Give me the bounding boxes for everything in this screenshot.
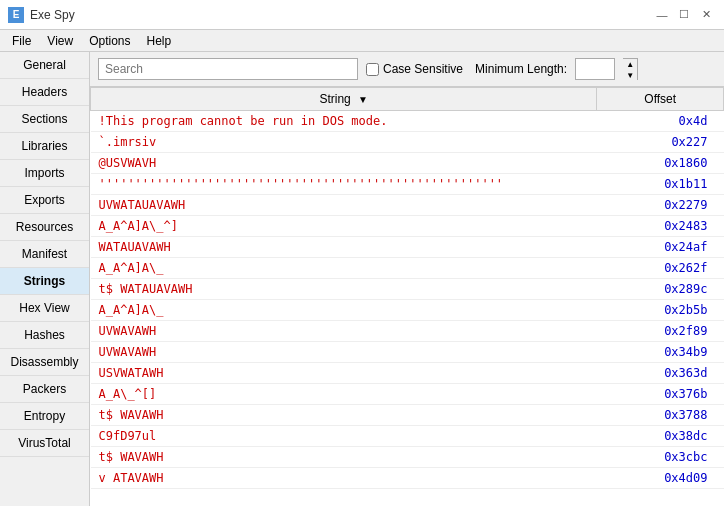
table-row[interactable]: UVWAVAWH0x2f89 [91,321,724,342]
sort-arrow-string: ▼ [358,94,368,105]
table-row[interactable]: t$ WAVAWH0x3788 [91,405,724,426]
table-cell-string: A_A\_^[] [91,384,597,405]
app-icon: E [8,7,24,23]
table-row[interactable]: t$ WATAUAVAWH0x289c [91,279,724,300]
table-row[interactable]: C9fD97ul0x38dc [91,426,724,447]
menu-help[interactable]: Help [139,32,180,50]
table-row[interactable]: ''''''''''''''''''''''''''''''''''''''''… [91,174,724,195]
table-row[interactable]: !This program cannot be run in DOS mode.… [91,111,724,132]
minimize-button[interactable]: — [652,5,672,25]
table-cell-offset: 0x1860 [597,153,724,174]
col-offset[interactable]: Offset [597,88,724,111]
sidebar-item-libraries[interactable]: Libraries [0,133,89,160]
main-layout: General Headers Sections Libraries Impor… [0,52,724,506]
table-cell-string: t$ WAVAWH [91,447,597,468]
case-sensitive-label: Case Sensitive [383,62,463,76]
table-cell-string: t$ WAVAWH [91,405,597,426]
table-row[interactable]: v ATAVAWH0x4d09 [91,468,724,489]
table-row[interactable]: WATAUAVAWH0x24af [91,237,724,258]
table-cell-offset: 0x34b9 [597,342,724,363]
table-header: String ▼ Offset [91,88,724,111]
sidebar-item-entropy[interactable]: Entropy [0,403,89,430]
table-row[interactable]: A_A^A]A\_0x2b5b [91,300,724,321]
table-cell-offset: 0x289c [597,279,724,300]
table-cell-offset: 0x3cbc [597,447,724,468]
spinner-down[interactable]: ▼ [623,70,637,81]
table-cell-offset: 0x262f [597,258,724,279]
table-cell-string: UVWAVAWH [91,321,597,342]
content-area: Case Sensitive Minimum Length: 8 ▲ ▼ Str… [90,52,724,506]
close-button[interactable]: ✕ [696,5,716,25]
sidebar-item-virustotal[interactable]: VirusTotal [0,430,89,457]
sidebar: General Headers Sections Libraries Impor… [0,52,90,506]
sidebar-item-general[interactable]: General [0,52,89,79]
table-cell-offset: 0x24af [597,237,724,258]
table-container: String ▼ Offset !This program cannot be … [90,87,724,506]
table-row[interactable]: t$ WAVAWH0x3cbc [91,447,724,468]
min-length-label: Minimum Length: [475,62,567,76]
sidebar-item-resources[interactable]: Resources [0,214,89,241]
table-cell-offset: 0x363d [597,363,724,384]
table-cell-string: A_A^A]A\_^] [91,216,597,237]
search-bar: Case Sensitive Minimum Length: 8 ▲ ▼ [90,52,724,87]
table-row[interactable]: UVWATAUAVAWH0x2279 [91,195,724,216]
maximize-button[interactable]: ☐ [674,5,694,25]
sidebar-item-hexview[interactable]: Hex View [0,295,89,322]
menu-view[interactable]: View [39,32,81,50]
table-cell-string: t$ WATAUAVAWH [91,279,597,300]
table-cell-offset: 0x3788 [597,405,724,426]
table-cell-string: USVWATAWH [91,363,597,384]
table-cell-string: v ATAVAWH [91,468,597,489]
table-cell-string: WATAUAVAWH [91,237,597,258]
menu-options[interactable]: Options [81,32,138,50]
table-cell-string: A_A^A]A\_ [91,300,597,321]
table-cell-string: A_A^A]A\_ [91,258,597,279]
table-cell-string: `.imrsiv [91,132,597,153]
table-cell-offset: 0x227 [597,132,724,153]
table-cell-string: UVWAVAWH [91,342,597,363]
table-row[interactable]: @USVWAVH0x1860 [91,153,724,174]
table-row[interactable]: USVWATAWH0x363d [91,363,724,384]
col-string[interactable]: String ▼ [91,88,597,111]
table-cell-offset: 0x4d09 [597,468,724,489]
table-cell-offset: 0x2483 [597,216,724,237]
min-length-input[interactable]: 8 [575,58,615,80]
table-body: !This program cannot be run in DOS mode.… [91,111,724,489]
sidebar-item-imports[interactable]: Imports [0,160,89,187]
spinner-up[interactable]: ▲ [623,59,637,70]
table-row[interactable]: UVWAVAWH0x34b9 [91,342,724,363]
table-cell-offset: 0x2279 [597,195,724,216]
sidebar-item-exports[interactable]: Exports [0,187,89,214]
sidebar-item-headers[interactable]: Headers [0,79,89,106]
menu-bar: File View Options Help [0,30,724,52]
table-cell-string: @USVWAVH [91,153,597,174]
sidebar-item-hashes[interactable]: Hashes [0,322,89,349]
table-cell-offset: 0x4d [597,111,724,132]
table-cell-string: !This program cannot be run in DOS mode. [91,111,597,132]
case-sensitive-wrap: Case Sensitive [366,62,463,76]
sidebar-item-disassembly[interactable]: Disassembly [0,349,89,376]
table-cell-offset: 0x38dc [597,426,724,447]
title-bar: E Exe Spy — ☐ ✕ [0,0,724,30]
title-bar-left: E Exe Spy [8,7,75,23]
search-input[interactable] [98,58,358,80]
title-bar-controls: — ☐ ✕ [652,5,716,25]
case-sensitive-checkbox[interactable] [366,63,379,76]
table-row[interactable]: A_A^A]A\_0x262f [91,258,724,279]
table-row[interactable]: `.imrsiv0x227 [91,132,724,153]
table-row[interactable]: A_A\_^[]0x376b [91,384,724,405]
menu-file[interactable]: File [4,32,39,50]
sidebar-item-manifest[interactable]: Manifest [0,241,89,268]
table-cell-offset: 0x1b11 [597,174,724,195]
table-cell-offset: 0x376b [597,384,724,405]
table-row[interactable]: A_A^A]A\_^]0x2483 [91,216,724,237]
min-length-spinner[interactable]: ▲ ▼ [623,58,638,80]
title-bar-title: Exe Spy [30,8,75,22]
sidebar-item-strings[interactable]: Strings [0,268,89,295]
table-cell-string: UVWATAUAVAWH [91,195,597,216]
table-cell-string: C9fD97ul [91,426,597,447]
table-cell-string: ''''''''''''''''''''''''''''''''''''''''… [91,174,597,195]
table-cell-offset: 0x2f89 [597,321,724,342]
sidebar-item-sections[interactable]: Sections [0,106,89,133]
sidebar-item-packers[interactable]: Packers [0,376,89,403]
